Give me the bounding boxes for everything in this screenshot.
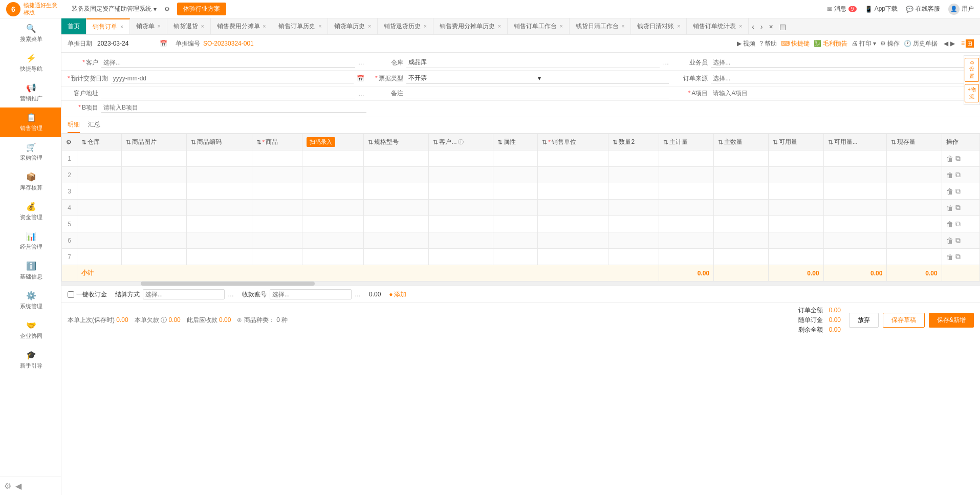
logistics-float-btn[interactable]: +物流 — [965, 84, 979, 102]
save-draft-button[interactable]: 保存草稿 — [883, 313, 925, 328]
action-history[interactable]: 🕐 历史单据 — [904, 39, 938, 48]
col-current-stock[interactable]: ⇅现存量 — [887, 134, 942, 150]
delivery-date-input[interactable] — [111, 74, 354, 83]
row-customer-code[interactable] — [429, 150, 493, 167]
address-input[interactable] — [101, 89, 355, 98]
tab-fee-history[interactable]: 销售费用分摊单历史 × — [433, 18, 508, 34]
col-available[interactable]: ⇅可用量 — [769, 134, 823, 150]
tab-close-icon[interactable]: × — [622, 24, 625, 29]
date-value[interactable]: 2023-03-24 — [95, 39, 157, 48]
tab-order-summary[interactable]: 销售订单统计表 × — [687, 18, 749, 34]
online-service-item[interactable]: 💬 在线客服 — [906, 5, 940, 13]
sidebar-item-inventory[interactable]: 📦 库存核算 — [0, 167, 61, 197]
col-main-qty[interactable]: ⇅主数量 — [714, 134, 769, 150]
tab-sales-order-history[interactable]: 销售订单历史 × — [272, 18, 328, 34]
invoice-type-select[interactable]: 不开票 ▾ — [406, 73, 669, 84]
row-main-unit[interactable] — [659, 150, 713, 167]
row-warehouse[interactable] — [77, 150, 122, 167]
row-spec[interactable] — [364, 150, 429, 167]
sidebar-item-sales[interactable]: 📋 销售管理 — [0, 107, 61, 137]
row-qty2[interactable] — [608, 150, 659, 167]
tab-close-icon[interactable]: × — [158, 24, 161, 29]
next-record-icon[interactable]: ▶ — [950, 40, 955, 47]
user-item[interactable]: 👤 用户 — [948, 4, 974, 15]
a-project-input[interactable] — [711, 89, 974, 98]
discard-button[interactable]: 放弃 — [849, 313, 879, 328]
address-more-icon[interactable]: … — [358, 90, 364, 97]
row-main-qty[interactable] — [714, 150, 769, 167]
copy-icon[interactable]: ⧉ — [955, 203, 961, 212]
order-source-input[interactable] — [711, 74, 965, 83]
settings-icon[interactable]: ⚙ — [161, 3, 173, 15]
account-more-icon[interactable]: … — [355, 291, 361, 298]
account-input[interactable] — [270, 289, 352, 299]
tab-close-all-btn[interactable]: × — [766, 18, 776, 34]
tab-home[interactable]: 首页 — [61, 18, 86, 34]
payment-method-input[interactable] — [143, 289, 225, 299]
delete-icon[interactable]: 🗑 — [946, 253, 953, 261]
row-available[interactable] — [769, 150, 823, 167]
tab-return-history[interactable]: 销货退货历史 × — [378, 18, 433, 34]
collapse-icon[interactable]: ◀ — [15, 481, 21, 491]
row-warehouse[interactable] — [77, 167, 122, 183]
col-sales-unit[interactable]: ⇅*销售单位 — [538, 134, 608, 150]
sidebar-item-basic[interactable]: ℹ️ 基础信息 — [0, 256, 61, 286]
add-payment-button[interactable]: ● 添加 — [389, 290, 406, 299]
col-image[interactable]: ⇅商品图片 — [122, 134, 187, 150]
row-current-stock[interactable] — [887, 150, 942, 167]
scroll-thumb[interactable] — [141, 282, 315, 286]
app-download-item[interactable]: 📱 App下载 — [865, 5, 898, 13]
col-spec[interactable]: ⇅规格型号 — [364, 134, 429, 150]
sidebar-item-guide[interactable]: 🎓 新手引导 — [0, 345, 61, 375]
delete-icon[interactable]: 🗑 — [946, 187, 953, 196]
action-profit[interactable]: 💹 毛利预告 — [814, 39, 847, 48]
tab-close-icon[interactable]: × — [498, 24, 501, 29]
setup-float-btn[interactable]: ⚙设置 — [965, 58, 979, 82]
tab-close-icon[interactable]: × — [677, 24, 680, 29]
sidebar-item-business[interactable]: 📊 经营管理 — [0, 226, 61, 256]
col-code[interactable]: ⇅商品编码 — [187, 134, 252, 150]
row-name[interactable] — [252, 167, 302, 183]
settings-bottom-icon[interactable]: ⚙ — [4, 481, 11, 491]
salesperson-input[interactable] — [711, 58, 965, 68]
sidebar-item-finance[interactable]: 💰 资金管理 — [0, 197, 61, 226]
save-new-button[interactable]: 保存&新增 — [929, 313, 974, 328]
tab-close-icon[interactable]: × — [318, 24, 321, 29]
tab-sales-return[interactable]: 销货退货 × — [167, 18, 211, 34]
tab-close-icon[interactable]: × — [560, 24, 563, 29]
sidebar-item-quicknav[interactable]: ⚡ 快捷导航 — [0, 48, 61, 78]
one-click-order-label[interactable]: 一键收订金 — [68, 290, 107, 299]
copy-icon[interactable]: ⧉ — [955, 220, 961, 228]
tab-sales-goods-history[interactable]: 销货单历史 × — [328, 18, 378, 34]
customer-more-icon[interactable]: … — [358, 59, 364, 66]
col-scan[interactable]: 扫码录入 — [302, 134, 363, 150]
sidebar-item-purchase[interactable]: 🛒 采购管理 — [0, 137, 61, 167]
tab-menu-btn[interactable]: ▤ — [776, 18, 789, 34]
delete-icon[interactable]: 🗑 — [946, 171, 953, 179]
row-code[interactable] — [187, 167, 252, 183]
customer-input[interactable] — [101, 58, 355, 68]
row-sales-unit[interactable] — [538, 150, 608, 167]
action-video[interactable]: ▶ 视频 — [737, 39, 755, 48]
copy-icon[interactable]: ⧉ — [955, 187, 961, 196]
tab-cash-workbench[interactable]: 钱货日清工作台 × — [570, 18, 631, 34]
delete-icon[interactable]: 🗑 — [946, 155, 953, 163]
tab-close-icon[interactable]: × — [201, 24, 204, 29]
col-attr[interactable]: ⇅属性 — [493, 134, 537, 150]
action-shortcut[interactable]: ⌨ 快捷键 — [781, 39, 810, 48]
col-customer-code[interactable]: ⇅客户...ⓘ — [429, 134, 493, 150]
sidebar-item-cooperation[interactable]: 🤝 企业协同 — [0, 315, 61, 345]
one-click-order-checkbox[interactable] — [68, 291, 74, 298]
tab-detail[interactable]: 明细 — [68, 117, 80, 133]
tab-close-icon[interactable]: × — [263, 24, 266, 29]
delete-icon[interactable]: 🗑 — [946, 204, 953, 212]
calendar2-icon[interactable]: 📅 — [357, 75, 364, 82]
row-name[interactable] — [252, 150, 302, 167]
action-operation[interactable]: ⚙ 操作 — [880, 39, 900, 48]
tab-sales-order[interactable]: 销售订单 × — [86, 18, 130, 34]
remark-input[interactable] — [406, 89, 669, 98]
prev-record-icon[interactable]: ◀ — [944, 40, 948, 47]
warehouse-value[interactable]: 成品库 — [406, 57, 660, 68]
row-code[interactable] — [187, 150, 252, 167]
tab-order-workbench[interactable]: 销售订单工作台 × — [508, 18, 570, 34]
